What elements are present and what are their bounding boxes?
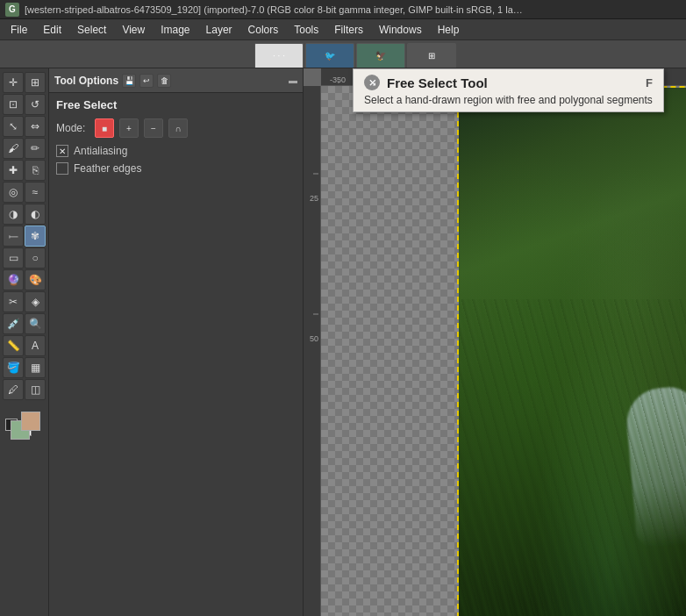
tool-row: ⤡ ⇔ [2,116,46,137]
magnify-button[interactable]: 🔍 [25,313,46,334]
blur-button[interactable]: ◎ [3,182,24,203]
mode-replace-button[interactable]: ■ [95,118,114,138]
svg-text:-350: -350 [330,75,346,83]
title-bar: G [western-striped-albatros-6473509_1920… [0,0,686,19]
menu-bar: FileEditSelectViewImageLayerColorsToolsF… [0,19,686,40]
menu-item-colors[interactable]: Colors [241,22,286,38]
menu-item-help[interactable]: Help [431,22,467,38]
measure-button[interactable]: 📏 [3,335,24,356]
text-button[interactable]: A [25,335,46,356]
main-layout: ✛ ⊞ ⊡ ↺ ⤡ ⇔ 🖌 ✏ ✚ ⎘ ◎ ≈ ◑ ◐ [0,68,686,616]
tool-row: ◑ ◐ [2,204,46,225]
image-content [459,88,686,616]
menu-item-select[interactable]: Select [70,22,113,38]
menu-item-layer[interactable]: Layer [199,22,239,38]
save-options-button[interactable]: 💾 [122,74,136,88]
heal-button[interactable]: ✚ [3,160,24,181]
scale-tool-button[interactable]: ⤡ [3,116,24,137]
svg-text:-250: -250 [374,75,389,83]
tool-row: 📏 A [2,335,46,356]
ink-button[interactable]: 🖊 [3,379,24,400]
canvas-area: ⤰ Free Select Tool F Select a hand-drawn… [304,68,686,616]
svg-text:0: 0 [479,75,483,83]
antialiasing-label: Antialiasing [74,145,127,157]
menu-item-view[interactable]: View [115,22,152,38]
menu-item-file[interactable]: File [4,22,34,38]
foreground-select-button[interactable]: ◈ [25,291,46,312]
rotate-tool-button[interactable]: ↺ [25,94,46,115]
ellipse-select-button[interactable]: ○ [25,247,46,269]
tool-row: 💉 🔍 [2,313,46,334]
menu-item-image[interactable]: Image [154,22,197,38]
vegetation-overlay [459,299,686,616]
mode-intersect-button[interactable]: ∩ [168,118,188,138]
feather-edges-row: Feather edges [56,162,296,175]
canvas-content[interactable] [321,86,686,616]
colorpick-button[interactable]: 💉 [3,313,24,334]
image-tab-1[interactable]: 🐦 [305,43,354,68]
scissors-button[interactable]: ✂ [3,291,24,312]
tool-options-panel: Tool Options 💾 ↩ 🗑 ▬ Free Select Mode: ■… [49,68,304,616]
pencil-button[interactable]: ✏ [25,138,46,159]
tool-row: 🔮 🎨 [2,269,46,290]
tool-options-header: Tool Options 💾 ↩ 🗑 ▬ [49,68,303,93]
paint-brush-button[interactable]: 🖌 [3,138,24,159]
ruler-left-svg: 250 500 [304,86,318,616]
tool-row: ✛ ⊞ [2,72,46,93]
tool-row: ▭ ○ [2,247,46,269]
burn-button[interactable]: ◐ [25,204,46,225]
image-tab-2[interactable]: 🦅 [356,43,405,68]
tool-options-body: Free Select Mode: ■ + − ∩ ✕ Antialiasing… [49,93,303,616]
image-canvas[interactable] [457,86,686,616]
move-tool-button[interactable]: ✛ [3,72,24,93]
path-tool-button[interactable]: ⟝ [3,226,24,247]
tool-options-collapse-button[interactable]: ▬ [289,75,297,85]
svg-text:250: 250 [540,75,554,83]
mode-subtract-button[interactable]: − [144,118,163,138]
tool-row: 🖊 ◫ [2,379,46,400]
delete-options-button[interactable]: 🗑 [157,74,171,88]
canvas-border-left [321,86,457,616]
image-tab-3[interactable]: ⊞ [407,43,456,68]
ruler-top-svg: -350 -250 -150 0 250 500 [321,68,686,83]
menu-item-edit[interactable]: Edit [36,22,68,38]
tool-name-label: Free Select [56,98,296,111]
menu-item-windows[interactable]: Windows [372,22,429,38]
app-icon: G [5,3,19,17]
tool-row: ✚ ⎘ [2,160,46,181]
tool-row: ✂ ◈ [2,291,46,312]
ruler-top: -350 -250 -150 0 250 500 [321,68,686,86]
image-tab-0[interactable]: · · · [254,43,304,68]
dodge-button[interactable]: ◑ [3,204,24,225]
ruler-left: 250 500 [304,86,321,616]
window-title: [western-striped-albatros-6473509_1920] … [25,4,523,15]
tool-row: 🪣 ▦ [2,357,46,378]
image-tabs-bar: · · ·🐦🦅⊞ [0,40,686,68]
color-area [5,406,43,443]
menu-item-tools[interactable]: Tools [287,22,325,38]
fuzzy-select-button[interactable]: 🔮 [3,269,24,290]
foreground-color-swatch[interactable] [21,412,40,431]
rect-select-button[interactable]: ▭ [3,247,24,269]
tool-row: 🖌 ✏ [2,138,46,159]
feather-edges-checkbox[interactable] [56,162,68,175]
toolbox: ✛ ⊞ ⊡ ↺ ⤡ ⇔ 🖌 ✏ ✚ ⎘ ◎ ≈ ◑ ◐ [0,68,49,616]
by-color-select-button[interactable]: 🎨 [25,269,46,290]
crop-tool-button[interactable]: ⊡ [3,94,24,115]
feather-edges-label: Feather edges [74,162,141,175]
smudge-button[interactable]: ≈ [25,182,46,203]
flip-tool-button[interactable]: ⇔ [25,116,46,137]
antialiasing-checkbox[interactable]: ✕ [56,145,68,157]
gradient-button[interactable]: ▦ [25,357,46,378]
mode-add-button[interactable]: + [119,118,139,138]
restore-options-button[interactable]: ↩ [139,74,154,88]
tool-row: ◎ ≈ [2,182,46,203]
bucket-fill-button[interactable]: 🪣 [3,357,24,378]
clone-button[interactable]: ⎘ [25,160,46,181]
menu-item-filters[interactable]: Filters [327,22,370,38]
eraser-button[interactable]: ◫ [25,379,46,400]
free-select-tool-button[interactable]: ✾ [25,226,46,247]
mode-row: Mode: ■ + − ∩ [56,118,296,138]
mode-label: Mode: [56,122,89,134]
align-tool-button[interactable]: ⊞ [25,72,46,93]
